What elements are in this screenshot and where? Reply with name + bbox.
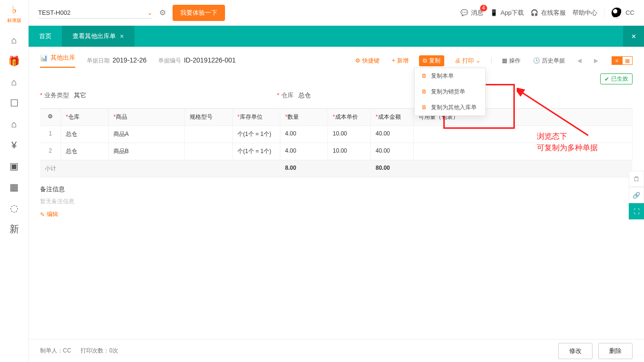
doc-icon: 🗎 xyxy=(421,88,427,95)
view-card-button[interactable]: ▦ xyxy=(622,56,633,65)
add-button[interactable]: +新增 xyxy=(390,56,410,66)
tab-home[interactable]: 首页 xyxy=(29,26,62,47)
nav-bag-icon[interactable]: ☐ xyxy=(5,93,24,113)
notes-empty: 暂无备注信息 xyxy=(40,197,633,206)
annotation-arrow xyxy=(517,88,593,140)
gear-icon: ⚙ xyxy=(355,57,360,64)
edit-notes-button[interactable]: ✎编辑 xyxy=(40,210,58,218)
close-icon[interactable]: ✕ xyxy=(120,33,124,40)
print-count: 打印次数：0次 xyxy=(81,347,118,355)
logo-icon: ♭ xyxy=(12,4,17,16)
nav-home-icon[interactable]: ⌂ xyxy=(5,31,24,50)
side-tools: 🗒 🔗 ⛶ xyxy=(629,171,644,219)
nav-report-icon[interactable]: ▦ xyxy=(5,177,24,197)
messages-button[interactable]: 💬 消息 4 xyxy=(460,9,483,17)
table-row[interactable]: 2 总仓 商品B 个(1个 = 1个) 4.00 10.00 40.00 xyxy=(40,143,633,160)
chevron-down-icon: ⌄ xyxy=(476,57,480,64)
doc-number: 单据编号ID-20191226-001 xyxy=(158,56,236,65)
topbar: TEST-H002 ⌄ ⚙ 我要体验一下 💬 消息 4 📱 App下载 🎧 在线… xyxy=(29,0,644,26)
status-badge: ✔已生效 xyxy=(600,73,633,84)
doc-icon: 🗎 xyxy=(421,72,427,79)
footer: 制单人：CC 打印次数：0次 修改 删除 xyxy=(29,339,644,362)
check-icon: ✔ xyxy=(604,76,609,83)
copy-menu-self[interactable]: 🗎复制本单 xyxy=(415,68,485,84)
maker-info: 制单人：CC xyxy=(40,347,71,355)
support-button[interactable]: 🎧 在线客服 xyxy=(531,9,566,17)
ops-button[interactable]: ▦操作 xyxy=(500,56,522,66)
nav-clipboard-icon[interactable]: ▣ xyxy=(5,156,24,176)
modify-button[interactable]: 修改 xyxy=(558,343,593,359)
link-tool-icon[interactable]: 🔗 xyxy=(629,187,644,203)
gear-icon[interactable]: ⚙ xyxy=(159,8,166,17)
help-button[interactable]: 帮助中心 xyxy=(572,9,597,17)
doc-icon: 🗎 xyxy=(421,104,427,111)
org-name: TEST-H002 xyxy=(38,9,71,16)
chevron-down-icon: ⌄ xyxy=(147,9,153,16)
edition-label: 标准版 xyxy=(7,17,21,24)
copy-dropdown: 🗎复制本单 🗎复制为销货单 🗎复制为其他入库单 xyxy=(414,68,486,116)
gear-icon[interactable]: ⚙ xyxy=(40,109,61,125)
table-subtotal: 小计 8.00 80.00 xyxy=(40,160,633,177)
tab-current[interactable]: 查看其他出库单 ✕ xyxy=(62,26,134,47)
field-warehouse: *仓库总仓 xyxy=(277,91,311,100)
copy-icon: ⧉ xyxy=(423,57,427,64)
message-badge: 4 xyxy=(480,5,488,11)
prev-doc-button[interactable]: ◀ xyxy=(575,56,583,65)
copy-button[interactable]: ⧉复制 🗎复制本单 🗎复制为销货单 🗎复制为其他入库单 xyxy=(419,55,444,66)
doc-type-tab[interactable]: 📊 其他出库 xyxy=(40,53,75,68)
trial-button[interactable]: 我要体验一下 xyxy=(173,5,225,21)
org-selector[interactable]: TEST-H002 ⌄ xyxy=(38,7,153,19)
message-icon: 💬 xyxy=(460,9,468,16)
tab-strip: 首页 查看其他出库单 ✕ ✕ xyxy=(29,26,644,47)
chart-icon: 📊 xyxy=(40,54,48,62)
next-doc-button[interactable]: ▶ xyxy=(592,56,600,65)
headset-icon: 🎧 xyxy=(531,9,538,16)
app-download-button[interactable]: 📱 App下载 xyxy=(490,9,524,17)
avatar xyxy=(611,7,623,19)
delete-button[interactable]: 删除 xyxy=(598,343,633,359)
expand-tool-icon[interactable]: ⛶ xyxy=(629,203,644,219)
view-toggle: ≡ ▦ xyxy=(612,56,633,65)
history-button[interactable]: 🕓历史单据 xyxy=(531,56,567,66)
phone-icon: 📱 xyxy=(490,9,498,16)
nav-building-icon[interactable]: ⌂ xyxy=(5,114,24,134)
notes-title: 备注信息 xyxy=(40,185,633,194)
sidebar: ♭ 标准版 ⌂ 🎁 ⌂ ☐ ⌂ ¥ ▣ ▦ ◌ 新 xyxy=(0,0,29,362)
nav-loading-icon[interactable]: ◌ xyxy=(5,198,24,217)
nav-money-icon[interactable]: ¥ xyxy=(5,135,24,155)
print-button[interactable]: 🖨打印 ⌄ xyxy=(453,56,482,66)
user-menu[interactable]: CC xyxy=(611,7,634,19)
shortcut-button[interactable]: ⚙快捷键 xyxy=(353,56,381,66)
nav-gift-icon[interactable]: 🎁 xyxy=(5,52,24,71)
nav-new-icon[interactable]: 新 xyxy=(5,219,24,238)
close-all-tabs[interactable]: ✕ xyxy=(623,26,644,47)
field-biz-type: *业务类型其它 xyxy=(40,91,86,100)
svg-line-0 xyxy=(521,92,588,135)
nav-house-icon[interactable]: ⌂ xyxy=(5,72,24,92)
copy-menu-inbound[interactable]: 🗎复制为其他入库单 xyxy=(415,100,485,115)
doc-date: 单据日期2019-12-26 xyxy=(87,56,147,65)
grid-icon: ▦ xyxy=(502,57,507,64)
view-list-button[interactable]: ≡ xyxy=(612,56,622,65)
printer-icon: 🖨 xyxy=(455,57,460,64)
copy-menu-sale[interactable]: 🗎复制为销货单 xyxy=(415,84,485,100)
history-icon: 🕓 xyxy=(533,57,540,64)
pencil-icon: ✎ xyxy=(40,211,45,218)
plus-icon: + xyxy=(392,57,395,64)
note-tool-icon[interactable]: 🗒 xyxy=(629,171,644,187)
